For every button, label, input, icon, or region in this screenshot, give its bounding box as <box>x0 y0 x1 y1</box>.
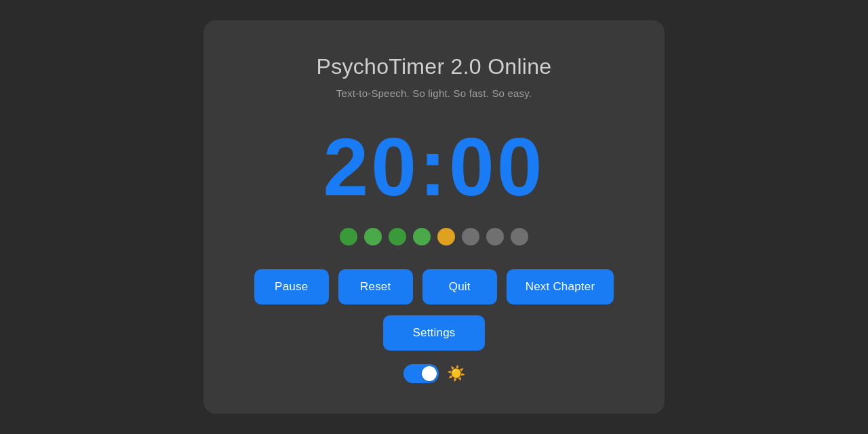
dot-1 <box>340 228 357 245</box>
toggle-thumb <box>422 366 437 381</box>
dot-3 <box>389 228 406 245</box>
main-panel: PsychoTimer 2.0 Online Text-to-Speech. S… <box>203 20 665 414</box>
progress-dots <box>340 228 528 245</box>
pause-button[interactable]: Pause <box>254 269 329 304</box>
dot-5 <box>437 228 455 245</box>
quit-button[interactable]: Quit <box>422 269 497 304</box>
dot-7 <box>486 228 504 245</box>
reset-button[interactable]: Reset <box>338 269 413 304</box>
theme-toggle-row: ☀️ <box>403 364 465 383</box>
app-title: PsychoTimer 2.0 Online <box>317 54 552 79</box>
sun-icon: ☀️ <box>447 365 465 382</box>
dot-2 <box>364 228 382 245</box>
theme-toggle[interactable] <box>403 364 439 383</box>
next-chapter-button[interactable]: Next Chapter <box>507 269 614 304</box>
dot-4 <box>413 228 431 245</box>
settings-button[interactable]: Settings <box>383 315 485 351</box>
app-subtitle: Text-to-Speech. So light. So fast. So ea… <box>336 87 532 99</box>
dot-6 <box>462 228 479 245</box>
timer-display: 20:00 <box>323 126 545 208</box>
main-buttons-row: Pause Reset Quit Next Chapter <box>254 269 614 304</box>
dot-8 <box>511 228 528 245</box>
